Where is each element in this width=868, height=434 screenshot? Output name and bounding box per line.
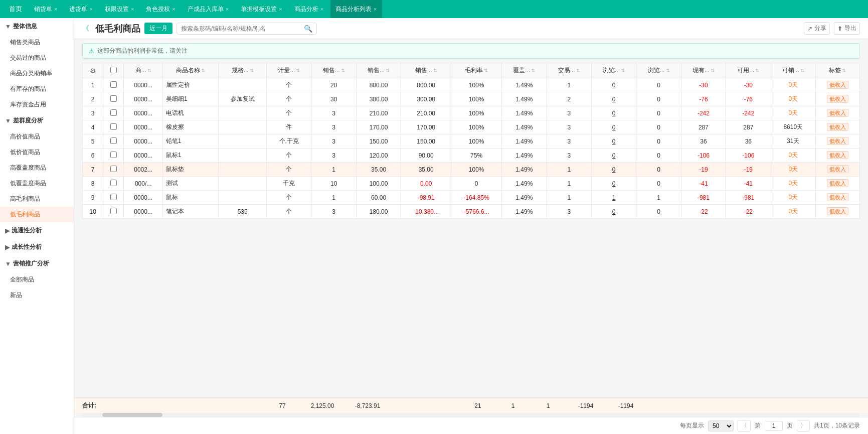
close-icon[interactable]: × [226, 6, 229, 12]
row-checkbox-cell[interactable] [103, 120, 124, 134]
row-name[interactable]: 铅笔1 [163, 134, 219, 149]
col-settings[interactable]: ⚙ [83, 63, 103, 78]
row-checkbox-cell[interactable] [103, 205, 124, 219]
row-checkbox[interactable] [110, 109, 117, 116]
row-checkbox[interactable] [110, 194, 117, 200]
col-current[interactable]: 现有...⇅ [681, 63, 726, 78]
row-name[interactable]: 鼠标 [163, 191, 219, 205]
sidebar-item-category-rate[interactable]: 商品分类助销率 [0, 66, 74, 81]
row-checkbox[interactable] [110, 166, 117, 172]
row-browse1[interactable]: 0 [591, 177, 636, 191]
sidebar-item-all-goods[interactable]: 全部商品 [0, 272, 74, 287]
nav-home[interactable]: 首页 [4, 0, 27, 18]
row-name[interactable]: 吴细细1 [163, 92, 219, 106]
close-icon[interactable]: × [172, 6, 175, 12]
row-browse1[interactable]: 0 [591, 205, 636, 219]
col-saleable[interactable]: 可销...⇅ [771, 63, 815, 78]
col-cover[interactable]: 覆盖...⇅ [502, 63, 547, 78]
col-tx[interactable]: 交易...⇅ [547, 63, 591, 78]
table-container[interactable]: ⚙ 商...⇅ 商品名称⇅ 规格...⇅ 计量...⇅ 销售...⇅ 销售...… [74, 63, 868, 397]
row-browse1[interactable]: 0 [591, 149, 636, 163]
row-checkbox-cell[interactable] [103, 106, 124, 120]
prev-page-button[interactable]: 〈 [738, 420, 751, 431]
page-input[interactable] [765, 421, 783, 431]
close-icon[interactable]: × [279, 6, 282, 12]
col-name[interactable]: 商品名称⇅ [163, 63, 219, 78]
row-name[interactable]: 测试 [163, 177, 219, 191]
sidebar-item-high-gross[interactable]: 高毛利商品 [0, 191, 74, 207]
row-checkbox-cell[interactable] [103, 191, 124, 205]
sidebar-group-marketing[interactable]: ▼ 营销推广分析 [0, 255, 74, 272]
col-browse2[interactable]: 浏览...⇅ [636, 63, 681, 78]
row-browse1[interactable]: 0 [591, 120, 636, 134]
close-icon[interactable]: × [89, 6, 92, 12]
row-checkbox[interactable] [110, 208, 117, 214]
sidebar-item-low-gross[interactable]: 低毛利商品 [0, 207, 74, 222]
row-checkbox-cell[interactable] [103, 163, 124, 177]
row-name[interactable]: 橡皮擦 [163, 120, 219, 134]
col-code[interactable]: 商...⇅ [124, 63, 163, 78]
col-browse1[interactable]: 浏览...⇅ [591, 63, 636, 78]
row-browse1[interactable]: 0 [591, 92, 636, 106]
share-button[interactable]: ↗ 分享 [804, 22, 830, 35]
row-checkbox[interactable] [110, 137, 117, 144]
nav-purchase[interactable]: 进货单 × [64, 0, 97, 18]
nav-sales[interactable]: 销货单 × [29, 0, 62, 18]
row-checkbox[interactable] [110, 152, 117, 158]
sidebar-item-sales-goods[interactable]: 销售类商品 [0, 35, 74, 50]
sidebar-group-cluster[interactable]: ▼ 差群度分析 [0, 112, 74, 129]
collapse-sidebar-btn[interactable]: 《 [82, 24, 89, 33]
close-icon[interactable]: × [131, 6, 134, 12]
nav-role[interactable]: 角色授权 × [141, 0, 180, 18]
next-page-button[interactable]: 〉 [797, 420, 810, 431]
select-all-checkbox[interactable] [110, 67, 117, 73]
nav-goods-analysis[interactable]: 商品分析 × [289, 0, 328, 18]
sidebar-item-in-stock[interactable]: 有库存的商品 [0, 81, 74, 97]
row-checkbox[interactable] [110, 81, 117, 88]
row-name[interactable]: 鼠标垫 [163, 163, 219, 177]
page-size-select[interactable]: 20 50 100 [708, 420, 734, 431]
sidebar-group-flow[interactable]: ▶ 流通性分析 [0, 222, 74, 239]
horizontal-scrollbar[interactable] [82, 413, 860, 417]
row-checkbox-cell[interactable] [103, 78, 124, 92]
row-name[interactable]: 笔记本 [163, 205, 219, 219]
row-checkbox[interactable] [110, 180, 117, 186]
row-browse1[interactable]: 0 [591, 78, 636, 92]
col-qty[interactable]: 销售...⇅ [311, 63, 356, 78]
sidebar-item-high-coverage[interactable]: 高覆盖度商品 [0, 160, 74, 176]
close-icon[interactable]: × [54, 6, 57, 12]
sidebar-item-low-coverage[interactable]: 低覆盖度商品 [0, 176, 74, 191]
col-checkbox[interactable] [103, 63, 124, 78]
date-filter-button[interactable]: 近一月 [144, 23, 172, 34]
row-checkbox-cell[interactable] [103, 177, 124, 191]
row-checkbox[interactable] [110, 123, 117, 130]
nav-template[interactable]: 单据模板设置 × [236, 0, 287, 18]
row-checkbox-cell[interactable] [103, 92, 124, 106]
scrollbar-thumb[interactable] [102, 413, 162, 417]
settings-icon[interactable]: ⚙ [90, 67, 96, 75]
search-icon[interactable]: 🔍 [304, 25, 312, 33]
row-name[interactable]: 鼠标1 [163, 149, 219, 163]
col-unit[interactable]: 计量...⇅ [267, 63, 311, 78]
row-checkbox-cell[interactable] [103, 149, 124, 163]
col-gross[interactable]: 毛利率⇅ [451, 63, 502, 78]
sidebar-group-growth[interactable]: ▶ 成长性分析 [0, 239, 74, 255]
close-icon[interactable]: × [320, 6, 323, 12]
sidebar-item-traded-goods[interactable]: 交易过的商品 [0, 50, 74, 66]
row-checkbox[interactable] [110, 95, 117, 102]
col-tag[interactable]: 标签⇅ [815, 63, 859, 78]
sidebar-group-overall[interactable]: ▼ 整体信息 [0, 18, 74, 35]
col-spec[interactable]: 规格...⇅ [219, 63, 267, 78]
row-browse1[interactable]: 0 [591, 106, 636, 120]
row-name[interactable]: 电话机 [163, 106, 219, 120]
row-browse1[interactable]: 0 [591, 163, 636, 177]
nav-auth[interactable]: 权限设置 × [100, 0, 139, 18]
col-amount[interactable]: 销售...⇅ [401, 63, 451, 78]
sidebar-item-low-value[interactable]: 低价值商品 [0, 144, 74, 160]
row-name[interactable]: 属性定价 [163, 78, 219, 92]
sidebar-item-high-value[interactable]: 高价值商品 [0, 129, 74, 144]
close-icon[interactable]: × [374, 6, 377, 12]
sidebar-item-new-goods[interactable]: 新品 [0, 287, 74, 303]
col-price[interactable]: 销售...⇅ [356, 63, 401, 78]
row-browse1[interactable]: 1 [591, 191, 636, 205]
